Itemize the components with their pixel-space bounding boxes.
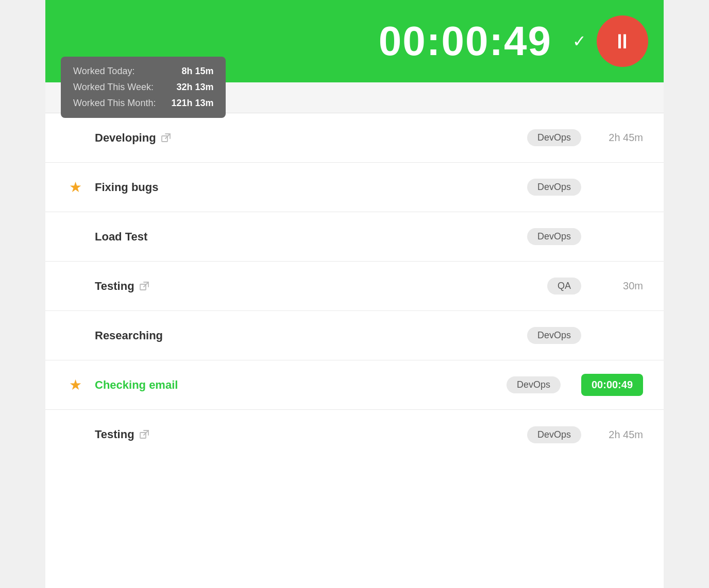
header: 00:00:49 ✓ Worked Today: 8h 15m Worked T… bbox=[45, 0, 664, 82]
task-duration: 2h 45m bbox=[602, 132, 643, 144]
chevron-down-icon[interactable]: ✓ bbox=[572, 31, 586, 51]
tooltip-week-label: Worked This Week: bbox=[73, 82, 154, 93]
tag-badge[interactable]: DevOps bbox=[527, 228, 581, 245]
task-row[interactable]: DevelopingDevOps2h 45m bbox=[45, 113, 664, 163]
task-name: Researching bbox=[95, 329, 527, 342]
tooltip-today-label: Worked Today: bbox=[73, 66, 134, 77]
task-name: Fixing bugs bbox=[95, 181, 527, 194]
external-link-icon[interactable] bbox=[140, 430, 149, 439]
tooltip-row-week: Worked This Week: 32h 13m bbox=[73, 82, 213, 93]
app-container: 00:00:49 ✓ Worked Today: 8h 15m Worked T… bbox=[45, 0, 664, 588]
pause-icon: ⏸ bbox=[612, 30, 633, 53]
task-duration: 2h 45m bbox=[602, 429, 643, 441]
task-name: Checking email bbox=[95, 378, 507, 392]
tooltip-row-month: Worked This Month: 121h 13m bbox=[73, 98, 213, 109]
pause-button[interactable]: ⏸ bbox=[597, 15, 648, 67]
task-row[interactable]: TestingDevOps2h 45m bbox=[45, 410, 664, 459]
main-timer: 00:00:49 bbox=[379, 18, 552, 65]
task-name: Testing bbox=[95, 280, 547, 293]
tooltip-month-value: 121h 13m bbox=[171, 98, 213, 109]
star-icon[interactable]: ★ bbox=[66, 179, 85, 196]
task-name: Developing bbox=[95, 131, 527, 145]
tag-badge[interactable]: DevOps bbox=[507, 376, 561, 393]
active-task-timer[interactable]: 00:00:49 bbox=[581, 374, 643, 396]
task-row[interactable]: ResearchingDevOps bbox=[45, 311, 664, 360]
tooltip-today-value: 8h 15m bbox=[181, 66, 213, 77]
star-icon[interactable]: ★ bbox=[66, 376, 85, 393]
external-link-icon[interactable] bbox=[161, 133, 171, 143]
task-row[interactable]: ★Fixing bugsDevOps bbox=[45, 163, 664, 212]
task-name: Testing bbox=[95, 428, 527, 441]
tooltip-row-today: Worked Today: 8h 15m bbox=[73, 66, 213, 77]
task-row[interactable]: ★Checking emailDevOps00:00:49 bbox=[45, 360, 664, 410]
tag-badge[interactable]: DevOps bbox=[527, 179, 581, 196]
tag-badge[interactable]: DevOps bbox=[527, 426, 581, 443]
tooltip-week-value: 32h 13m bbox=[176, 82, 213, 93]
tag-badge[interactable]: QA bbox=[547, 278, 581, 295]
tag-badge[interactable]: DevOps bbox=[527, 129, 581, 146]
tag-badge[interactable]: DevOps bbox=[527, 327, 581, 344]
task-name: Load Test bbox=[95, 230, 527, 244]
task-duration: 30m bbox=[602, 280, 643, 292]
task-row[interactable]: Load TestDevOps bbox=[45, 212, 664, 262]
task-row[interactable]: TestingQA30m bbox=[45, 262, 664, 311]
tooltip-popup: Worked Today: 8h 15m Worked This Week: 3… bbox=[61, 57, 226, 118]
tasks-list: DevelopingDevOps2h 45m★Fixing bugsDevOps… bbox=[45, 113, 664, 588]
tooltip-month-label: Worked This Month: bbox=[73, 98, 156, 109]
external-link-icon[interactable] bbox=[140, 282, 149, 291]
